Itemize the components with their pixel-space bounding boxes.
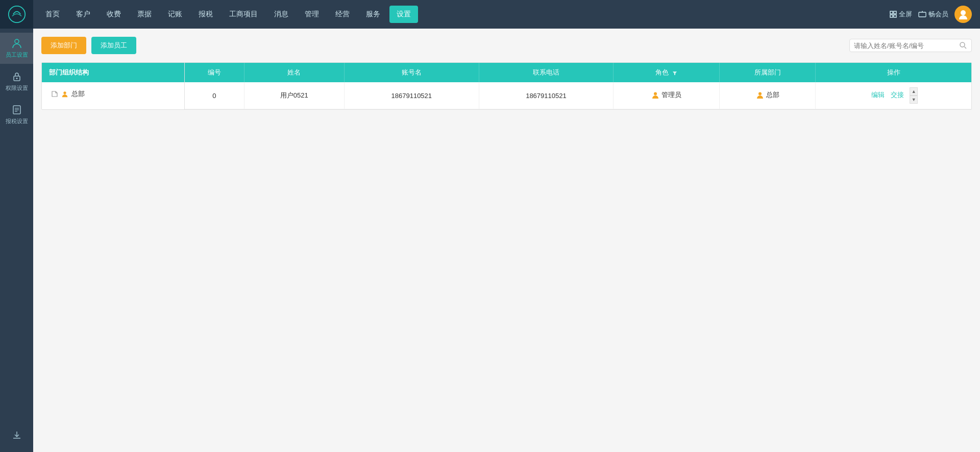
cell-account: 18679110521: [344, 82, 479, 109]
sidebar-item-permissions[interactable]: 权限设置: [0, 66, 33, 97]
nav-customer[interactable]: 客户: [69, 6, 97, 23]
col-account: 账号名: [344, 63, 479, 82]
nav-invoice[interactable]: 票据: [130, 6, 159, 23]
svg-rect-3: [890, 15, 893, 17]
top-navigation: 首页 客户 收费 票据 记账 报税 工商项目 消息 管理 经营 服务 设置 全屏: [0, 0, 980, 29]
svg-point-7: [961, 10, 966, 15]
role-badge: 管理员: [651, 90, 681, 100]
add-dept-button[interactable]: 添加部门: [41, 37, 86, 54]
content-area: 添加部门 添加员工 部门组织结构: [33, 29, 980, 452]
row-scroll-controls: ▲ ▼: [910, 87, 918, 104]
svg-point-19: [654, 92, 657, 96]
svg-point-15: [960, 42, 965, 47]
scroll-down-button[interactable]: ▼: [910, 96, 918, 104]
dept-panel-header: 部门组织结构: [42, 63, 184, 82]
file-icon: [51, 90, 58, 98]
two-panel: 部门组织结构 总部: [41, 62, 972, 110]
nav-right: 全屏 畅会员: [890, 6, 980, 23]
transfer-link[interactable]: 交接: [891, 91, 904, 99]
sidebar-staff-label: 员工设置: [6, 51, 28, 59]
svg-point-6: [922, 11, 923, 12]
svg-rect-2: [894, 11, 896, 14]
vip-icon: [918, 11, 926, 18]
nav-fee[interactable]: 收费: [100, 6, 128, 23]
person-icon: [11, 38, 22, 49]
col-role: 角色: [614, 63, 720, 82]
search-icon[interactable]: [959, 41, 967, 50]
logo-icon: [8, 5, 26, 23]
col-action: 操作: [816, 63, 971, 82]
dept-panel: 部门组织结构 总部: [42, 63, 185, 109]
sidebar-permissions-label: 权限设置: [6, 84, 28, 92]
lock-icon: [11, 71, 22, 82]
fullscreen-icon: [890, 11, 897, 18]
scroll-up-button[interactable]: ▲: [910, 87, 918, 96]
toolbar: 添加部门 添加员工: [41, 37, 972, 54]
dept-node-headquarters[interactable]: 总部: [47, 86, 179, 102]
sidebar-item-download[interactable]: [0, 424, 33, 446]
cell-role: 管理员: [614, 82, 720, 109]
sidebar-item-tax-settings[interactable]: 报税设置: [0, 99, 33, 130]
search-box: [849, 39, 972, 52]
dept-node-label: 总部: [71, 89, 85, 99]
col-dept: 所属部门: [719, 63, 815, 82]
sidebar-item-staff[interactable]: 员工设置: [0, 33, 33, 64]
nav-manage[interactable]: 管理: [298, 6, 326, 23]
col-phone: 联系电话: [479, 63, 614, 82]
nav-business[interactable]: 工商项目: [222, 6, 265, 23]
svg-point-10: [16, 78, 17, 79]
svg-point-20: [758, 92, 762, 96]
nav-settings[interactable]: 设置: [389, 6, 418, 23]
col-id: 编号: [185, 63, 244, 82]
cell-id: 0: [185, 82, 244, 109]
col-name: 姓名: [244, 63, 344, 82]
fullscreen-label: 全屏: [899, 10, 912, 19]
svg-marker-18: [673, 72, 677, 75]
avatar-icon: [957, 8, 969, 20]
table-panel: 编号 姓名 账号名 联系电话 角色 所属部门 操作: [185, 63, 971, 109]
sidebar: 员工设置 权限设置 报税设置: [0, 29, 33, 452]
add-staff-button[interactable]: 添加员工: [91, 37, 136, 54]
fullscreen-button[interactable]: 全屏: [890, 10, 912, 19]
cell-dept: 总部: [719, 82, 815, 109]
svg-line-16: [965, 47, 967, 49]
avatar[interactable]: [954, 6, 972, 23]
dept-tree: 总部: [42, 82, 184, 106]
main-layout: 员工设置 权限设置 报税设置: [0, 29, 980, 452]
svg-rect-1: [890, 11, 893, 14]
svg-point-8: [15, 39, 19, 43]
svg-rect-5: [919, 12, 926, 17]
sidebar-tax-label: 报税设置: [6, 117, 28, 125]
edit-link[interactable]: 编辑: [871, 91, 885, 99]
dept-user-icon: [756, 91, 764, 99]
nav-bookkeeping[interactable]: 记账: [161, 6, 189, 23]
svg-point-17: [63, 91, 66, 94]
nav-tax[interactable]: 报税: [191, 6, 220, 23]
role-label: 管理员: [662, 90, 681, 100]
nav-items: 首页 客户 收费 票据 记账 报税 工商项目 消息 管理 经营 服务 设置: [33, 6, 890, 23]
dept-badge: 总部: [756, 90, 779, 100]
role-user-icon: [651, 91, 659, 99]
filter-icon[interactable]: [672, 70, 677, 76]
app-logo: [0, 0, 33, 29]
nav-home[interactable]: 首页: [38, 6, 67, 23]
cell-name: 用户0521: [244, 82, 344, 109]
dept-label: 总部: [766, 90, 779, 100]
cell-action: 编辑 交接 ▲ ▼: [816, 82, 971, 109]
svg-rect-4: [894, 15, 896, 17]
nav-operations[interactable]: 经营: [328, 6, 357, 23]
vip-label: 畅会员: [928, 10, 948, 19]
tax-icon: [11, 104, 22, 115]
cell-phone: 18679110521: [479, 82, 614, 109]
svg-point-0: [8, 6, 24, 22]
user-group-icon: [61, 90, 68, 98]
nav-service[interactable]: 服务: [359, 6, 387, 23]
table-row: 0 用户0521 18679110521 18679110521: [185, 82, 971, 109]
search-input[interactable]: [854, 42, 956, 50]
download-icon: [11, 430, 22, 441]
vip-button[interactable]: 畅会员: [918, 10, 948, 19]
employees-table: 编号 姓名 账号名 联系电话 角色 所属部门 操作: [185, 63, 971, 109]
nav-message[interactable]: 消息: [267, 6, 296, 23]
